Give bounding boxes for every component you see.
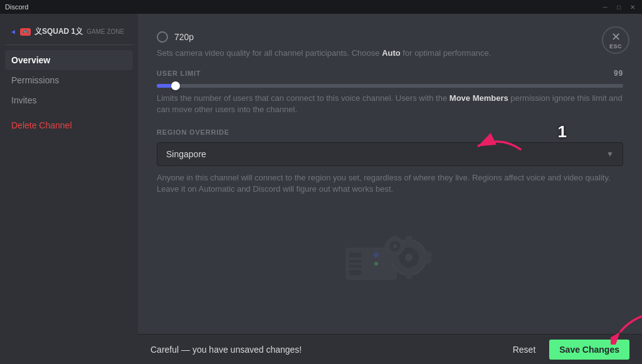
bottom-actions: 2 Reset Save Changes xyxy=(507,340,629,360)
quality-720p-option[interactable]: 720p xyxy=(157,26,623,48)
nav-item-overview[interactable]: Overview xyxy=(5,50,133,70)
user-limit-value: 99 xyxy=(614,69,623,78)
app-body: ◄ 🎮 义SQUAD 1义 GAME ZONE Overview Permiss… xyxy=(0,14,642,364)
user-limit-label: USER LIMIT xyxy=(157,70,201,77)
svg-point-12 xyxy=(405,254,413,261)
app-title: Discord xyxy=(5,3,28,11)
window-controls: ─ □ ✕ xyxy=(601,3,637,11)
close-icon: ✕ xyxy=(611,31,621,43)
user-limit-header: USER LIMIT 99 xyxy=(157,69,623,78)
region-override-header: REGION OVERRIDE xyxy=(157,128,623,136)
user-limit-slider[interactable] xyxy=(157,84,623,88)
server-arrow-icon: ◄ xyxy=(10,28,16,35)
radio-720p[interactable] xyxy=(157,31,168,43)
esc-label: ESC xyxy=(609,43,622,49)
svg-point-8 xyxy=(374,262,378,266)
svg-rect-25 xyxy=(393,253,397,257)
svg-point-23 xyxy=(393,244,397,248)
reset-button[interactable]: Reset xyxy=(507,341,542,358)
server-name: ◄ 🎮 义SQUAD 1义 GAME ZONE xyxy=(5,24,133,45)
user-limit-description: Limits the number of users that can conn… xyxy=(157,93,623,115)
save-changes-button[interactable]: Save Changes xyxy=(549,340,629,360)
region-description: Anyone in this channel will connect to t… xyxy=(157,172,623,195)
maximize-button[interactable]: □ xyxy=(614,3,623,11)
nav-item-invites[interactable]: Invites xyxy=(5,90,133,110)
region-section: REGION OVERRIDE 1 xyxy=(157,128,623,195)
region-selected-value: Singapore xyxy=(166,149,206,159)
svg-point-6 xyxy=(374,252,379,257)
server-badge: 🎮 xyxy=(20,28,31,36)
esc-button[interactable]: ✕ ESC xyxy=(602,26,629,54)
close-button[interactable]: ✕ xyxy=(628,3,637,11)
titlebar: Discord ─ □ ✕ xyxy=(0,0,642,14)
nav-item-delete-channel[interactable]: Delete Channel xyxy=(5,115,133,135)
bottom-bar: Careful — you have unsaved changes! 2 xyxy=(138,334,642,364)
gear-svg xyxy=(327,214,453,289)
server-tag-label: GAME ZONE xyxy=(87,28,124,35)
gear-illustration xyxy=(157,207,623,301)
slider-track[interactable] xyxy=(157,84,623,88)
svg-rect-3 xyxy=(349,260,362,263)
region-dropdown[interactable]: Singapore ▼ xyxy=(157,142,623,166)
slider-thumb[interactable] xyxy=(171,81,180,90)
svg-rect-26 xyxy=(402,244,406,248)
svg-rect-2 xyxy=(349,252,362,257)
sidebar: ◄ 🎮 义SQUAD 1义 GAME ZONE Overview Permiss… xyxy=(0,14,138,364)
svg-rect-14 xyxy=(406,271,412,279)
bottom-bar-left: Careful — you have unsaved changes! xyxy=(150,345,507,355)
quality-720p-label: 720p xyxy=(174,32,194,42)
content-scroll: ✕ ESC 720p Sets camera video quality for… xyxy=(138,14,642,334)
svg-rect-24 xyxy=(393,236,397,239)
svg-point-9 xyxy=(383,262,387,266)
svg-rect-5 xyxy=(349,270,362,275)
server-title: 义SQUAD 1义 xyxy=(34,26,83,37)
svg-rect-4 xyxy=(349,265,362,268)
minimize-button[interactable]: ─ xyxy=(601,3,609,11)
svg-rect-13 xyxy=(406,236,412,244)
content-area: ✕ ESC 720p Sets camera video quality for… xyxy=(138,14,642,364)
nav-item-permissions[interactable]: Permissions xyxy=(5,70,133,90)
unsaved-notice: Careful — you have unsaved changes! xyxy=(150,345,302,355)
svg-rect-27 xyxy=(384,244,388,248)
quality-description: Sets camera video quality for all channe… xyxy=(157,48,623,59)
chevron-down-icon: ▼ xyxy=(606,150,614,159)
